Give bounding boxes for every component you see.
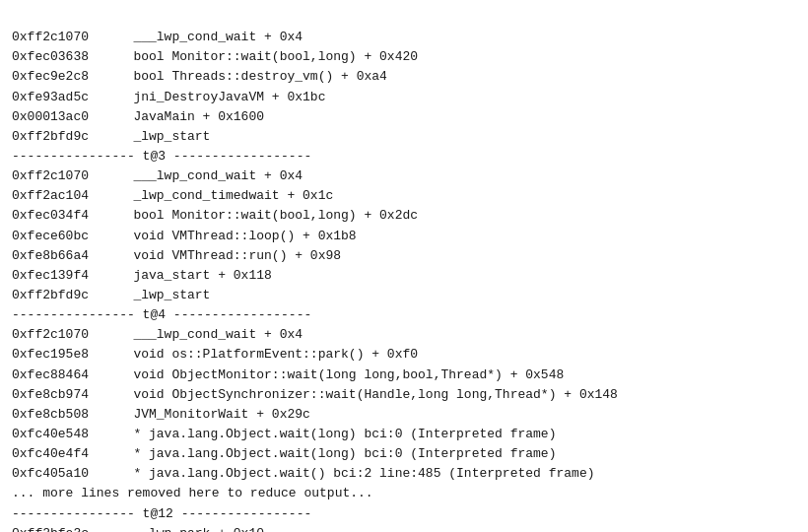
code-line: 0xfece60bc void VMThread::loop() + 0x1b8 bbox=[12, 227, 796, 246]
separator-text: ---------------- t@12 ----------------- bbox=[12, 506, 311, 521]
address: 0xfece60bc bbox=[12, 227, 110, 246]
instruction: jni_DestroyJavaVM + 0x1bc bbox=[110, 90, 325, 104]
instruction: JVM_MonitorWait + 0x29c bbox=[110, 407, 310, 422]
code-line: ... more lines removed here to reduce ou… bbox=[12, 484, 796, 503]
address: 0xfec03638 bbox=[12, 47, 110, 67]
code-line: 0xff2ac104 _lwp_cond_timedwait + 0x1c bbox=[12, 186, 796, 206]
instruction: java_start + 0x118 bbox=[110, 268, 272, 283]
address: 0xff2c1070 bbox=[12, 166, 110, 186]
instruction: bool Monitor::wait(bool,long) + 0x420 bbox=[110, 49, 418, 64]
address: 0xfc40e548 bbox=[12, 425, 110, 444]
address: 0xfec9e2c8 bbox=[12, 67, 110, 87]
instruction: void ObjectMonitor::wait(long long,bool,… bbox=[110, 367, 564, 382]
instruction: _lwp_start bbox=[110, 288, 210, 302]
instruction: * java.lang.Object.wait() bci:2 line:485… bbox=[110, 466, 594, 481]
instruction: void ObjectSynchronizer::wait(Handle,lon… bbox=[110, 387, 618, 402]
address: 0xfec034f4 bbox=[12, 206, 110, 226]
separator-text: ... more lines removed here to reduce ou… bbox=[12, 486, 373, 500]
code-line: 0xff2c1070 ___lwp_cond_wait + 0x4 bbox=[12, 166, 796, 186]
address: 0xfec88464 bbox=[12, 366, 110, 385]
separator-text: ---------------- t@3 ------------------ bbox=[12, 149, 311, 164]
code-line: 0xff2bfd9c _lwp_start bbox=[12, 286, 796, 305]
instruction: ___lwp_cond_wait + 0x4 bbox=[110, 327, 303, 342]
instruction: * java.lang.Object.wait(long) bci:0 (Int… bbox=[110, 427, 556, 441]
instruction: JavaMain + 0x1600 bbox=[110, 109, 264, 124]
code-line: 0xfe93ad5c jni_DestroyJavaVM + 0x1bc bbox=[12, 88, 796, 107]
instruction: void VMThread::loop() + 0x1b8 bbox=[110, 229, 357, 243]
address: 0xff2c1070 bbox=[12, 28, 110, 47]
code-line: 0xfe8b66a4 void VMThread::run() + 0x98 bbox=[12, 246, 796, 266]
address: 0xfec195e8 bbox=[12, 345, 110, 365]
code-line: 0xfec195e8 void os::PlatformEvent::park(… bbox=[12, 345, 796, 365]
code-line: 0xfc40e548 * java.lang.Object.wait(long)… bbox=[12, 425, 796, 444]
code-line: ---------------- t@4 ------------------ bbox=[12, 305, 796, 325]
code-line: 0xff2bfd9c _lwp_start bbox=[12, 127, 796, 147]
instruction: * java.lang.Object.wait(long) bci:0 (Int… bbox=[110, 446, 556, 461]
address: 0xff2c1070 bbox=[12, 325, 110, 345]
code-line: ---------------- t@3 ------------------ bbox=[12, 147, 796, 166]
code-line: 0xff2c1070 ___lwp_cond_wait + 0x4 bbox=[12, 325, 796, 345]
instruction: __lwp_park + 0x10 bbox=[110, 526, 264, 532]
instruction: _lwp_start bbox=[110, 129, 210, 144]
code-line: 0xfc405a10 * java.lang.Object.wait() bci… bbox=[12, 464, 796, 484]
code-line: 0xfec034f4 bool Monitor::wait(bool,long)… bbox=[12, 206, 796, 226]
address: 0xfe93ad5c bbox=[12, 88, 110, 107]
address: 0xff2bfd9c bbox=[12, 286, 110, 305]
instruction: bool Monitor::wait(bool,long) + 0x2dc bbox=[110, 208, 418, 223]
code-line: 0xfec9e2c8 bool Threads::destroy_vm() + … bbox=[12, 67, 796, 87]
code-line: 0xfec139f4 java_start + 0x118 bbox=[12, 266, 796, 286]
code-line: 0xfe8cb974 void ObjectSynchronizer::wait… bbox=[12, 385, 796, 405]
address: 0xfe8cb508 bbox=[12, 405, 110, 425]
code-line: 0xff2c1070 ___lwp_cond_wait + 0x4 bbox=[12, 28, 796, 47]
code-line: 0xfc40e4f4 * java.lang.Object.wait(long)… bbox=[12, 444, 796, 464]
code-line: 0x00013ac0 JavaMain + 0x1600 bbox=[12, 107, 796, 127]
address: 0xfe8cb974 bbox=[12, 385, 110, 405]
address: 0xfc405a10 bbox=[12, 464, 110, 484]
separator-text: ---------------- t@4 ------------------ bbox=[12, 307, 311, 322]
code-line: 0xfec03638 bool Monitor::wait(bool,long)… bbox=[12, 47, 796, 67]
address: 0xff2bfe3c bbox=[12, 524, 110, 532]
instruction: void VMThread::run() + 0x98 bbox=[110, 248, 341, 263]
code-line: 0xff2bfe3c __lwp_park + 0x10 bbox=[12, 524, 796, 532]
instruction: ___lwp_cond_wait + 0x4 bbox=[110, 168, 303, 183]
instruction: bool Threads::destroy_vm() + 0xa4 bbox=[110, 69, 387, 84]
instruction: void os::PlatformEvent::park() + 0xf0 bbox=[110, 347, 418, 362]
code-line: ---------------- t@12 ----------------- bbox=[12, 504, 796, 524]
address: 0xff2ac104 bbox=[12, 186, 110, 206]
address: 0xff2bfd9c bbox=[12, 127, 110, 147]
instruction: ___lwp_cond_wait + 0x4 bbox=[110, 30, 303, 44]
instruction: _lwp_cond_timedwait + 0x1c bbox=[110, 188, 333, 203]
address: 0xfc40e4f4 bbox=[12, 444, 110, 464]
address: 0x00013ac0 bbox=[12, 107, 110, 127]
code-line: 0xfe8cb508 JVM_MonitorWait + 0x29c bbox=[12, 405, 796, 425]
code-line: 0xfec88464 void ObjectMonitor::wait(long… bbox=[12, 366, 796, 385]
address: 0xfec139f4 bbox=[12, 266, 110, 286]
address: 0xfe8b66a4 bbox=[12, 246, 110, 266]
code-output: 0xff2c1070 ___lwp_cond_wait + 0x40xfec03… bbox=[0, 0, 808, 532]
